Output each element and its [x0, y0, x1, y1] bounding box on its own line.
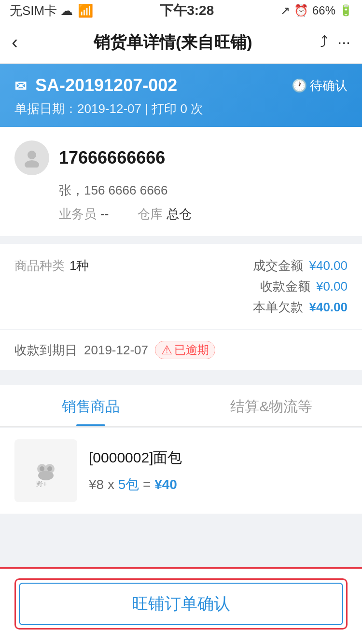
status-bar: 无SIM卡 ☁ 📶 下午3:28 ↗ ⏰ 66% 🔋 [0, 0, 362, 21]
svg-point-5 [47, 466, 52, 471]
order-header: ✉ SA-20191207-002 🕐 待确认 单据日期：2019-12-07 … [0, 64, 362, 127]
tabs: 销售商品 结算&物流等 [0, 385, 362, 427]
product-info: [0000002]面包 ¥8 x 5包 = ¥40 [89, 448, 348, 494]
received-row: 收款金额 ¥0.00 [260, 278, 348, 295]
product-name: [0000002]面包 [89, 448, 348, 468]
confirm-button-wrap: 旺铺订单确认 [0, 567, 362, 644]
amount-row: 成交金额 ¥40.00 [253, 257, 348, 274]
customer-phone: 17666666666 [59, 148, 165, 168]
product-type: 商品种类 1种 [14, 257, 89, 274]
battery-text: 66% [312, 4, 335, 17]
product-list: 野+ [0000002]面包 ¥8 x 5包 = ¥40 [0, 428, 362, 514]
customer-info: 张，156 6666 6666 [14, 182, 348, 199]
divider-2 [0, 370, 362, 378]
page-title: 销货单详情(来自旺铺) [26, 31, 320, 54]
alarm-icon: ⏰ [294, 4, 308, 17]
svg-text:野+: 野+ [36, 480, 47, 488]
back-button[interactable]: ‹ [12, 31, 18, 53]
svg-point-1 [25, 160, 39, 168]
divider-1 [0, 236, 362, 244]
avatar [14, 140, 49, 175]
overdue-badge: ⚠ 已逾期 [155, 341, 215, 359]
summary-row: 商品种类 1种 成交金额 ¥40.00 收款金额 ¥0.00 本单欠款 ¥40.… [14, 257, 348, 316]
clock-icon: 🕐 [292, 78, 307, 93]
location-icon: ↗ [280, 4, 290, 17]
due-date-value: 2019-12-07 [84, 343, 148, 358]
order-status: 🕐 待确认 [292, 77, 348, 94]
status-right: ↗ ⏰ 66% 🔋 [280, 4, 352, 17]
debt-row: 本单欠款 ¥40.00 [253, 299, 348, 316]
status-time: 下午3:28 [160, 1, 214, 20]
svg-point-4 [40, 466, 44, 471]
confirm-button-border: 旺铺订单确认 [14, 578, 348, 630]
warehouse: 仓库 总仓 [138, 206, 192, 223]
tab-products[interactable]: 销售商品 [0, 385, 181, 426]
battery-icon: 🔋 [339, 4, 352, 17]
nav-actions: ⤴ ··· [320, 33, 350, 51]
order-id: ✉ SA-20191207-002 [14, 75, 177, 96]
order-header-row: ✉ SA-20191207-002 🕐 待确认 [14, 75, 348, 96]
customer-top: 17666666666 [14, 140, 348, 175]
order-icon: ✉ [14, 78, 27, 94]
no-sim-text: 无SIM卡 ☁ [10, 2, 73, 19]
summary-card: 商品种类 1种 成交金额 ¥40.00 收款金额 ¥0.00 本单欠款 ¥40.… [0, 244, 362, 329]
order-date: 单据日期：2019-12-07 | 打印 0 次 [14, 100, 348, 117]
more-button[interactable]: ··· [337, 33, 350, 51]
summary-amounts: 成交金额 ¥40.00 收款金额 ¥0.00 本单欠款 ¥40.00 [253, 257, 348, 316]
tab-settlement[interactable]: 结算&物流等 [181, 385, 362, 426]
status-left: 无SIM卡 ☁ 📶 [10, 2, 93, 19]
sales-rep: 业务员 -- [59, 206, 109, 223]
wifi-icon: 📶 [78, 3, 93, 18]
due-date-label: 收款到期日 [14, 342, 77, 359]
nav-bar: ‹ 销货单详情(来自旺铺) ⤴ ··· [0, 21, 362, 64]
customer-meta: 业务员 -- 仓库 总仓 [14, 206, 348, 223]
share-button[interactable]: ⤴ [320, 33, 328, 51]
svg-point-6 [38, 471, 54, 480]
warning-icon: ⚠ [161, 343, 172, 358]
svg-point-0 [28, 151, 36, 159]
customer-card: 17666666666 张，156 6666 6666 业务员 -- 仓库 总仓 [0, 127, 362, 236]
due-date-card: 收款到期日 2019-12-07 ⚠ 已逾期 [0, 330, 362, 370]
product-price: ¥8 x 5包 = ¥40 [89, 476, 348, 494]
list-item: 野+ [0000002]面包 ¥8 x 5包 = ¥40 [0, 428, 362, 514]
product-thumbnail: 野+ [14, 439, 77, 502]
confirm-order-button[interactable]: 旺铺订单确认 [19, 583, 343, 625]
